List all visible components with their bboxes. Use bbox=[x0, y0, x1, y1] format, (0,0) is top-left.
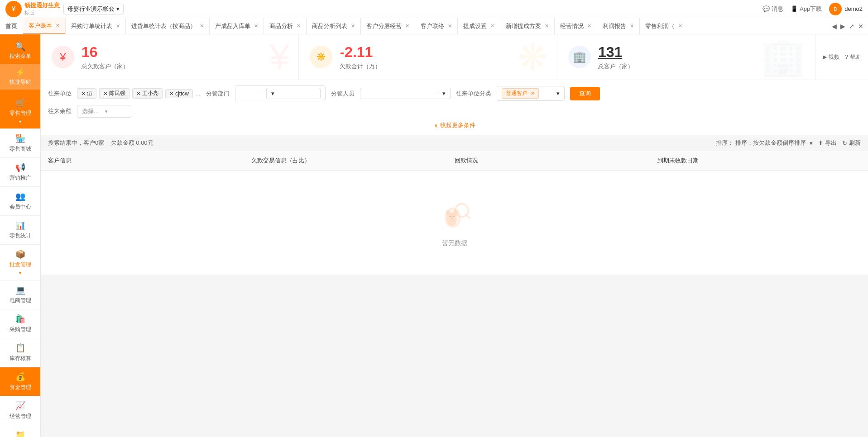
balance-select[interactable]: 选择... ▾ bbox=[77, 105, 131, 118]
tabs-maximize[interactable]: ⤢ bbox=[848, 22, 855, 31]
empty-text: 暂无数据 bbox=[442, 239, 467, 247]
export-btn[interactable]: ⬆ 导出 bbox=[818, 139, 837, 147]
collapse-btn[interactable]: ∧ 收起更多条件 bbox=[48, 121, 861, 129]
sidebar-item-basic[interactable]: 📁 基础信息 bbox=[0, 425, 40, 437]
finance-icon: 💰 bbox=[15, 372, 25, 382]
tab-customer-account[interactable]: 客户账本 ✕ bbox=[23, 18, 66, 34]
stats-bar: ¥ 16 总欠款客户（家） ¥ ❋ -2.11 欠款合计（万） ❋ bbox=[41, 34, 868, 80]
sidebar-item-marketing[interactable]: 📢 营销推广 bbox=[0, 158, 40, 187]
close-tab-profit-report[interactable]: ✕ bbox=[630, 23, 634, 29]
close-tab-customer-tier[interactable]: ✕ bbox=[405, 23, 409, 29]
close-tab-commission[interactable]: ✕ bbox=[490, 23, 494, 29]
tab-purchase-stats[interactable]: 进货单统计表（按商品） ✕ bbox=[126, 18, 210, 34]
tab-commission[interactable]: 提成设置 ✕ bbox=[458, 18, 500, 34]
sidebar-item-finance[interactable]: 💰 资金管理 bbox=[0, 367, 40, 396]
sidebar-item-member[interactable]: 👥 会员中心 bbox=[0, 187, 40, 216]
tabs-next[interactable]: ▶ bbox=[839, 22, 846, 31]
tab-customer-tier[interactable]: 客户分层经营 ✕ bbox=[361, 18, 415, 34]
results-info: 搜索结果中，客户0家 欠款金额 0.00元 bbox=[48, 139, 153, 147]
sidebar-top: 🔍 搜索菜单 ⚡ 快捷导航 bbox=[0, 34, 40, 93]
logo-text: 畅捷通好生意 标版 bbox=[24, 1, 60, 16]
unit-type-select[interactable]: 普通客户 ✕ ▾ bbox=[497, 86, 565, 101]
sidebar-search-btn[interactable]: 🔍 搜索菜单 bbox=[0, 38, 40, 64]
tab-customer-contact[interactable]: 客户联络 ✕ bbox=[415, 18, 458, 34]
stat-clients-values: 131 总客户（家） bbox=[598, 43, 633, 71]
sidebar-item-purchase[interactable]: 🛍️ 采购管理 bbox=[0, 309, 40, 338]
close-tab-purchase-order[interactable]: ✕ bbox=[116, 23, 120, 29]
person-label: 分管人员 bbox=[331, 90, 355, 98]
svg-point-7 bbox=[453, 210, 458, 216]
top-header: ¥ 畅捷通好生意 标版 母婴行业演示帐套 ▾ 💬 消息 📱 App下载 D de… bbox=[0, 0, 868, 18]
app-download-btn[interactable]: 📱 App下载 bbox=[791, 5, 822, 13]
query-button[interactable]: 查询 bbox=[570, 87, 600, 100]
person-select[interactable]: ⋯ ▾ bbox=[360, 88, 451, 99]
header-left: ¥ 畅捷通好生意 标版 母婴行业演示帐套 ▾ bbox=[5, 1, 124, 17]
collapse-area: ∧ 收起更多条件 bbox=[48, 121, 861, 129]
filter-tag-wu[interactable]: ✕ 伍 bbox=[77, 88, 96, 99]
stat-bg-icon-2: ❋ bbox=[518, 36, 548, 78]
tab-new-achievement[interactable]: 新增提成方案 ✕ bbox=[500, 18, 555, 34]
tab-purchase-order[interactable]: 采购订单统计表 ✕ bbox=[66, 18, 126, 34]
close-tab-customer-account[interactable]: ✕ bbox=[56, 23, 60, 28]
close-tab-retail-profit[interactable]: ✕ bbox=[678, 23, 682, 29]
tabs-prev[interactable]: ◀ bbox=[831, 22, 838, 31]
sidebar-item-ecommerce[interactable]: 💻 电商管理 bbox=[0, 280, 40, 309]
store-selector[interactable]: 母婴行业演示帐套 ▾ bbox=[63, 4, 124, 14]
remove-unit-type-tag[interactable]: ✕ bbox=[531, 90, 535, 96]
filter-tag-chen[interactable]: ✕ 陈民强 bbox=[99, 88, 129, 99]
message-btn[interactable]: 💬 消息 bbox=[762, 5, 783, 13]
refresh-btn[interactable]: ↻ 刷新 bbox=[842, 139, 861, 147]
stat-bg-icon-1: ¥ bbox=[269, 36, 290, 78]
col-due-date: 到期未收款日期 bbox=[657, 157, 861, 165]
close-tab-customer-contact[interactable]: ✕ bbox=[448, 23, 452, 29]
close-tab-new-achievement[interactable]: ✕ bbox=[545, 23, 549, 29]
sidebar-item-retail[interactable]: 🛒 零售管理 ▾ bbox=[0, 93, 40, 129]
tab-product-analysis[interactable]: 商品分析 ✕ bbox=[264, 18, 307, 34]
dept-select[interactable]: ⋯ ▾ bbox=[235, 86, 326, 101]
content-area: ¥ 16 总欠款客户（家） ¥ ❋ -2.11 欠款合计（万） ❋ bbox=[41, 34, 868, 437]
stat-bg-icon-3: 🏢 bbox=[761, 36, 806, 78]
stats-actions: ▶ 视频 ? 帮助 bbox=[815, 34, 868, 80]
sidebar-item-inventory[interactable]: 📋 库存核算 bbox=[0, 338, 40, 367]
tab-home[interactable]: 首页 bbox=[0, 18, 23, 34]
help-link[interactable]: ? 帮助 bbox=[845, 53, 861, 61]
close-tab-product-inbound[interactable]: ✕ bbox=[254, 23, 258, 29]
empty-illustration bbox=[436, 198, 473, 234]
close-tab-product-analysis-list[interactable]: ✕ bbox=[351, 23, 355, 29]
sidebar-item-operation[interactable]: 📈 经营管理 bbox=[0, 396, 40, 425]
filter-tag-wang[interactable]: ✕ 王小亮 bbox=[132, 88, 163, 99]
filter-tags: ✕ 伍 ✕ 陈民强 ✕ 王小亮 ✕ cjttcw ... bbox=[77, 88, 201, 99]
sidebar-item-retail-stats[interactable]: 📊 零售统计 bbox=[0, 216, 40, 245]
sort-select[interactable]: 排序： 排序：按欠款金额倒序排序 ▾ bbox=[716, 139, 813, 147]
tabs-close-all[interactable]: ✕ bbox=[857, 22, 864, 31]
close-tab-product-analysis[interactable]: ✕ bbox=[297, 23, 301, 29]
sidebar-item-wholesale[interactable]: 📦 批发管理 ▾ bbox=[0, 245, 40, 280]
stat-clients-icon: 🏢 bbox=[568, 46, 591, 68]
sidebar-section: 🛒 零售管理 ▾ 🏪 零售商城 📢 营销推广 👥 会员中心 📊 零售统计 bbox=[0, 93, 40, 437]
filter-area: 往来单位 ✕ 伍 ✕ 陈民强 ✕ 王小亮 ✕ bbox=[41, 80, 868, 135]
tab-profit-report[interactable]: 利润报告 ✕ bbox=[597, 18, 640, 34]
col-debt-info: 欠款交易信息（占比） bbox=[251, 157, 455, 165]
results-bar: 搜索结果中，客户0家 欠款金额 0.00元 排序： 排序：按欠款金额倒序排序 ▾… bbox=[41, 135, 868, 151]
tab-product-analysis-list[interactable]: 商品分析列表 ✕ bbox=[307, 18, 361, 34]
video-link[interactable]: ▶ 视频 bbox=[823, 53, 839, 61]
filter-more-tags[interactable]: ... bbox=[196, 90, 201, 97]
close-tab-operation[interactable]: ✕ bbox=[587, 23, 591, 29]
table-header: 客户信息 欠款交易信息（占比） 回款情况 到期未收款日期 bbox=[41, 151, 868, 171]
member-icon: 👥 bbox=[15, 191, 25, 201]
stat-customers-values: 16 总欠款客户（家） bbox=[82, 43, 129, 71]
tab-product-inbound[interactable]: 产成品入库单 ✕ bbox=[210, 18, 264, 34]
tab-retail-profit[interactable]: 零售利润（ ✕ bbox=[640, 18, 688, 34]
sidebar-item-retail-shop[interactable]: 🏪 零售商城 bbox=[0, 129, 40, 158]
retail-shop-icon: 🏪 bbox=[15, 133, 25, 143]
svg-point-10 bbox=[451, 218, 453, 219]
user-profile[interactable]: D demo2 bbox=[829, 3, 863, 15]
filter-tag-cjttcw[interactable]: ✕ cjttcw bbox=[165, 89, 193, 98]
ecommerce-icon: 💻 bbox=[15, 285, 25, 295]
filter-row-1: 往来单位 ✕ 伍 ✕ 陈民强 ✕ 王小亮 ✕ bbox=[48, 86, 861, 101]
sidebar-quick-nav-btn[interactable]: ⚡ 快捷导航 bbox=[0, 64, 40, 90]
tab-operation[interactable]: 经营情况 ✕ bbox=[555, 18, 597, 34]
col-customer-info: 客户信息 bbox=[48, 157, 251, 165]
stat-total-customers: ¥ 16 总欠款客户（家） ¥ bbox=[41, 34, 299, 80]
close-tab-purchase-stats[interactable]: ✕ bbox=[200, 23, 204, 29]
